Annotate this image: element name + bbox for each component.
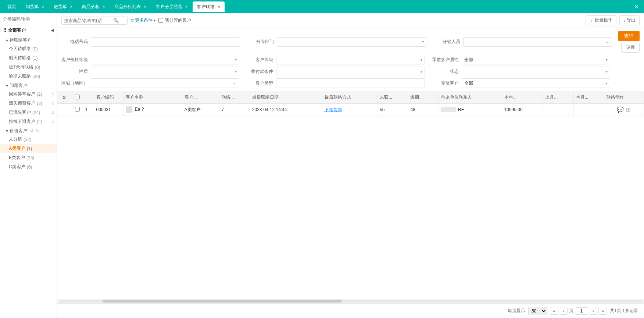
nav-tab-home[interactable]: 首页	[3, 1, 21, 12]
cell-last-method[interactable]: 下销货单	[322, 104, 378, 116]
col-checkbox[interactable]	[72, 91, 83, 104]
status-select[interactable]: ▾	[462, 67, 610, 76]
filter-search-icon[interactable]: 🔍	[113, 18, 119, 23]
close-customer-contact-icon[interactable]: ×	[218, 4, 220, 9]
grid-icon: ⠿	[3, 28, 7, 33]
chevron-pending-icon: ▾	[6, 38, 8, 43]
refresh-value-icon[interactable]: ↺	[30, 128, 33, 133]
sidebar-item-churned[interactable]: 已流失客户 (24) ℹ	[0, 108, 57, 117]
per-page-label: 每页显示	[508, 308, 525, 314]
more-filters-chevron: ▾	[154, 18, 155, 22]
col-overdue[interactable]: 逾期...	[408, 91, 439, 104]
batch-op-btn[interactable]: ☑ 批量操作	[586, 15, 616, 25]
sidebar-item-churn-warning[interactable]: 流失预警客户 (3) ℹ	[0, 99, 57, 108]
region-input[interactable]: ···	[91, 78, 239, 88]
nav-tab-analysis-list[interactable]: 商品分析列表 ×	[110, 1, 150, 12]
sidebar-search-input[interactable]	[3, 17, 57, 22]
col-company-contact[interactable]: 往来单位联系人	[439, 91, 502, 104]
nav-tab-sales[interactable]: 销货单 ×	[21, 1, 49, 12]
col-code[interactable]: 客户编码	[94, 91, 123, 104]
first-page-btn[interactable]: «	[550, 307, 558, 315]
edit-value-icon[interactable]: ✎	[36, 128, 39, 133]
cell-code: 000031	[94, 104, 123, 116]
cell-checkbox[interactable]	[72, 104, 83, 116]
payment-select[interactable]: ▾	[276, 67, 425, 76]
total-info: 共1页 1条记录	[610, 308, 638, 314]
repurchase-count: (2)	[37, 92, 42, 97]
col-no-contact[interactable]: 未联...	[378, 91, 408, 104]
phone-input[interactable]	[91, 37, 240, 47]
col-this-month[interactable]: 本月...	[573, 91, 604, 104]
table-row: 1 000031 Ea ? A类客户 7 2023-04-12 14:44: 下…	[57, 104, 644, 116]
cell-type: A类客户	[182, 104, 219, 116]
field-price-level: 客户价格等级 ▾	[61, 55, 239, 64]
sidebar-item-tomorrow[interactable]: 明天待联络 (1)	[0, 53, 57, 63]
field-retail-attr: 零散客户属性 全部▾	[432, 55, 610, 64]
last-page-btn[interactable]: »	[598, 307, 607, 315]
sidebar-item-overdue[interactable]: 逾期未联络 (30)	[0, 72, 57, 81]
export-btn[interactable]: ↓ 导出	[619, 15, 640, 25]
row-checkbox[interactable]	[75, 107, 80, 112]
col-contact[interactable]: 联络...	[219, 91, 250, 104]
my-customers-checkbox[interactable]	[158, 18, 163, 23]
company-contact-placeholder	[441, 107, 456, 112]
nav-tab-analysis[interactable]: 商品分析 ×	[78, 1, 109, 12]
scrollbar-thumb[interactable]	[103, 300, 341, 303]
col-last-date[interactable]: 最后联络日期	[250, 91, 322, 104]
sidebar-item-7days[interactable]: 近7天待联络 (0)	[0, 63, 57, 72]
filter-search-input[interactable]	[64, 18, 112, 23]
more-filters-label: 更多条件	[135, 17, 153, 24]
qr-icon[interactable]: ⊞	[626, 106, 631, 113]
nav-tab-customer-contact[interactable]: 客户联络 ×	[193, 1, 224, 12]
per-page-select[interactable]: 50 100 200	[528, 307, 547, 315]
last-method-link[interactable]: 下销货单	[325, 107, 342, 112]
close-sales-icon[interactable]: ×	[42, 4, 44, 9]
window-close-icon[interactable]: ×	[632, 3, 641, 10]
sidebar-item-class-c[interactable]: C类客户 (6)	[0, 162, 57, 172]
collapse-icon[interactable]: ◀	[51, 28, 54, 33]
col-this-year[interactable]: 本年...	[502, 91, 543, 104]
select-all-checkbox[interactable]	[75, 95, 80, 99]
more-filters-btn[interactable]: ▽ 更多条件 ▾	[130, 17, 155, 24]
price-level-select[interactable]: ▾	[91, 55, 239, 64]
retail-customer-select[interactable]: 全部▾	[462, 78, 610, 88]
col-type[interactable]: 客户...	[182, 91, 219, 104]
nav-tab-purchase[interactable]: 进货单 ×	[49, 1, 76, 12]
col-gear[interactable]: ⚙	[57, 91, 72, 104]
next-page-btn[interactable]: ›	[590, 307, 597, 315]
all-customers-header[interactable]: ⠿ 全部客户 ◀	[0, 25, 57, 36]
nature-select[interactable]: ▾	[91, 67, 239, 76]
person-input[interactable]: ···	[463, 37, 612, 47]
sidebar-item-repurchase[interactable]: 回购异常客户 (2) ℹ	[0, 89, 57, 99]
close-purchase-icon[interactable]: ×	[70, 4, 72, 9]
prev-page-btn[interactable]: ‹	[560, 307, 567, 315]
sidebar-item-ungrouped[interactable]: 未分组 (32)	[0, 135, 57, 144]
horizontal-scrollbar[interactable]	[57, 299, 644, 303]
nav-tab-customer-mgmt[interactable]: 客户分层经营 ×	[151, 1, 192, 12]
setting-btn[interactable]: 设置	[621, 43, 640, 53]
col-name[interactable]: 客户名称	[123, 91, 182, 104]
customer-type-input[interactable]	[276, 78, 425, 88]
sidebar-item-class-b[interactable]: B类客户 (33)	[0, 153, 57, 162]
dept-select[interactable]: ▾	[277, 37, 426, 47]
close-analysis-list-icon[interactable]: ×	[144, 4, 146, 9]
7days-count: (0)	[35, 65, 40, 70]
my-customers-checkbox-wrap[interactable]: 我分管的客户	[158, 17, 191, 24]
page-input[interactable]	[575, 307, 588, 315]
close-analysis-icon[interactable]: ×	[103, 4, 105, 9]
sidebar-item-declining[interactable]: 持续下滑客户 (2) ℹ	[0, 117, 57, 126]
sidebar-item-class-a[interactable]: A类客户 (1)	[0, 144, 57, 153]
col-last-month[interactable]: 上月...	[543, 91, 573, 104]
query-btn[interactable]: 查询	[618, 31, 640, 41]
customer-level-select[interactable]: ▾	[276, 55, 425, 64]
region-label: 区域（地区）	[61, 80, 91, 86]
retail-attr-select[interactable]: 全部▾	[462, 55, 610, 64]
class-b-label: B类客户	[9, 155, 25, 161]
class-c-count: (6)	[27, 165, 32, 170]
close-customer-mgmt-icon[interactable]: ×	[185, 4, 187, 9]
export-icon: ↓	[623, 18, 626, 23]
message-icon[interactable]: 💬	[617, 106, 624, 113]
declining-count: (2)	[37, 119, 42, 124]
col-last-method[interactable]: 最后联络方式	[322, 91, 378, 104]
sidebar-item-today[interactable]: 今天待联络 (0)	[0, 44, 57, 53]
